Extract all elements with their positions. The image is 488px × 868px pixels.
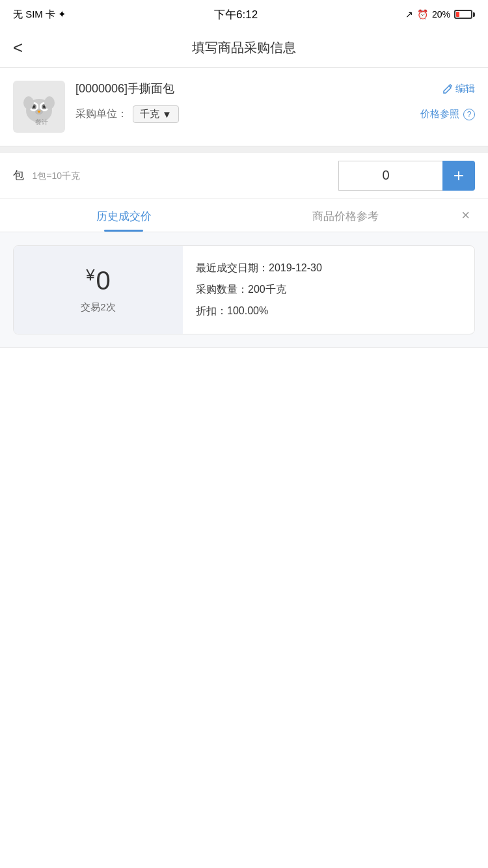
quantity-control: +	[338, 161, 475, 191]
history-card: ¥0 交易2次 最近成交日期：2019-12-30 采购数量：200千克 折扣：…	[13, 245, 475, 334]
history-date-value: 2019-12-30	[269, 262, 322, 273]
price-ref-info-icon: ?	[463, 109, 475, 120]
edit-label: 编辑	[455, 83, 475, 95]
bottom-area	[0, 348, 488, 739]
product-image: 餐计	[13, 81, 65, 133]
svg-text:餐计: 餐计	[35, 118, 48, 126]
price-currency-symbol: ¥	[86, 266, 94, 284]
no-sim-label: 无 SIM 卡 ✦	[13, 8, 66, 21]
back-button[interactable]: <	[13, 38, 23, 58]
history-discount-label: 折扣：	[196, 305, 227, 316]
unit-value: 千克	[140, 108, 159, 120]
unit-select[interactable]: 千克 ▼	[133, 105, 179, 123]
history-details-section: 最近成交日期：2019-12-30 采购数量：200千克 折扣：100.00%	[183, 246, 474, 334]
history-date-label: 最近成交日期：	[196, 262, 269, 273]
history-date-row: 最近成交日期：2019-12-30	[196, 262, 461, 275]
price-ref-label: 价格参照	[420, 108, 459, 120]
quantity-input[interactable]	[338, 161, 442, 191]
history-trades-count: 交易2次	[81, 301, 115, 314]
page-title: 填写商品采购信息	[192, 39, 296, 57]
history-discount-value: 100.00%	[227, 305, 268, 316]
history-quantity-label: 采购数量：	[196, 284, 248, 295]
product-info: [0000006]手撕面包 编辑 采购单位： 千克 ▼	[75, 81, 475, 123]
status-left: 无 SIM 卡 ✦	[13, 8, 66, 21]
battery-icon	[454, 10, 475, 19]
edit-button[interactable]: 编辑	[442, 83, 475, 95]
tab-product-price-ref[interactable]: 商品价格参考	[235, 198, 457, 232]
product-name: [0000006]手撕面包	[75, 81, 174, 96]
svg-point-10	[44, 96, 55, 109]
product-card: 餐计 [0000006]手撕面包 编辑 采购单位： 千克	[0, 68, 488, 146]
history-container: ¥0 交易2次 最近成交日期：2019-12-30 采购数量：200千克 折扣：…	[0, 232, 488, 347]
tab-history-price[interactable]: 历史成交价	[13, 198, 235, 232]
history-discount-row: 折扣：100.00%	[196, 305, 461, 318]
section-divider	[0, 146, 488, 153]
history-price-section: ¥0 交易2次	[14, 246, 183, 334]
quantity-plus-button[interactable]: +	[442, 161, 475, 191]
status-time: 下午6:12	[214, 7, 258, 22]
alarm-icon: ⏰	[417, 9, 428, 20]
status-right: ↗ ⏰ 20%	[405, 9, 475, 20]
dropdown-icon: ▼	[162, 109, 172, 120]
history-quantity-row: 采购数量：200千克	[196, 283, 461, 297]
quantity-unit-sub: 1包=10千克	[32, 170, 80, 181]
quantity-row: 包 1包=10千克 +	[0, 153, 488, 198]
history-quantity-value: 200千克	[248, 284, 286, 295]
tab-close-button[interactable]: ×	[456, 202, 475, 229]
price-ref-button[interactable]: 价格参照 ?	[420, 108, 475, 120]
quantity-unit-label: 包	[13, 169, 24, 182]
svg-point-9	[23, 96, 34, 109]
purchase-unit-label: 采购单位：	[75, 107, 128, 121]
history-price-value: ¥0	[86, 266, 111, 295]
nav-bar: < 填写商品采购信息	[0, 29, 488, 68]
battery-percent: 20%	[432, 9, 450, 20]
location-icon: ↗	[405, 9, 413, 20]
tab-section: 历史成交价 商品价格参考 × ¥0 交易2次 最近成交日期：2019-12-30…	[0, 198, 488, 348]
status-bar: 无 SIM 卡 ✦ 下午6:12 ↗ ⏰ 20%	[0, 0, 488, 29]
tab-bar: 历史成交价 商品价格参考 ×	[0, 198, 488, 232]
